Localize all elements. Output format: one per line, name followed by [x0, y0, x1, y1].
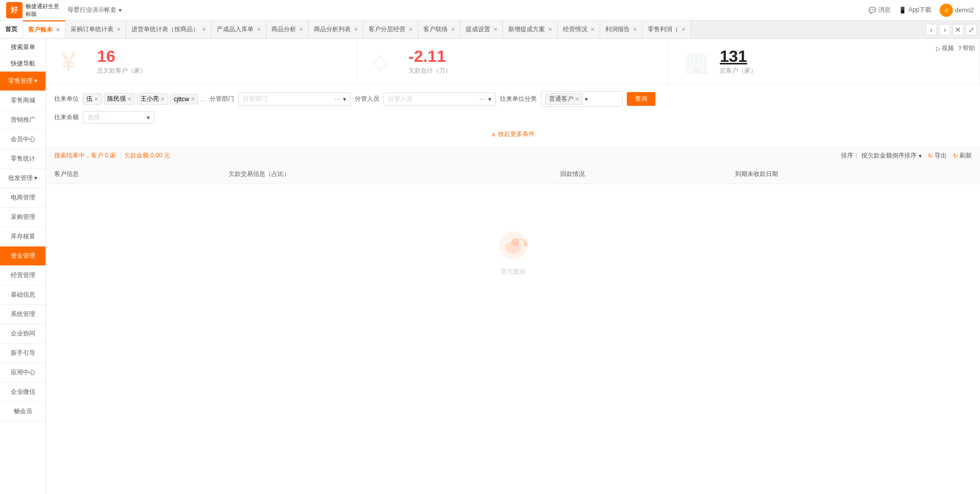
logo-icon: 好	[6, 2, 22, 18]
close-icon[interactable]: ✕	[451, 27, 455, 32]
tab-purchase-orders[interactable]: 采购订单统计表 ✕	[65, 20, 126, 39]
close-icon[interactable]: ✕	[202, 27, 206, 32]
sidebar-item-ecommerce[interactable]: 电商管理	[0, 188, 45, 208]
stat-text-total-all: 131 总客户（家）	[720, 48, 757, 75]
chevron-down-icon: ▾	[34, 174, 37, 182]
delete-category-tag[interactable]: ✕	[575, 96, 579, 102]
refresh-button[interactable]: ↻ 刷新	[953, 151, 972, 160]
tab-prev-button[interactable]: ‹	[926, 24, 937, 35]
close-icon[interactable]: ✕	[299, 27, 303, 32]
tab-maximize-button[interactable]: ⤢	[966, 24, 977, 35]
app-download-button[interactable]: 📱 App下载	[899, 6, 931, 14]
close-icon[interactable]: ✕	[117, 27, 121, 32]
export-button[interactable]: ↻ 导出	[928, 151, 947, 160]
sidebar-item-enterprise-collab[interactable]: 企业协同	[0, 324, 45, 344]
stat-label-total-customers: 总欠款客户（家）	[97, 66, 146, 75]
tab-customer-segment[interactable]: 客户分层经营 ✕	[363, 20, 418, 39]
stat-total-debt-customers: ¥ 16 总欠款客户（家）	[46, 39, 357, 84]
sidebar-item-purchase[interactable]: 采购管理	[0, 208, 45, 227]
empty-illustration	[493, 225, 534, 267]
delete-tag-wang[interactable]: ✕	[161, 96, 165, 102]
sidebar-item-vip-member[interactable]: 畅会员	[0, 402, 45, 421]
sidebar-search[interactable]: 搜索菜单	[0, 39, 45, 56]
filter-row-2: 往来余额 选择... ▾	[54, 111, 972, 124]
sidebar-item-basic-info[interactable]: 基础信息	[0, 285, 45, 305]
tab-product-analysis[interactable]: 商品分析 ✕	[266, 20, 309, 39]
sidebar-item-marketing[interactable]: 营销推广	[0, 110, 45, 130]
sidebar-item-new-guide[interactable]: 新手引导	[0, 344, 45, 363]
unit-tag-chen[interactable]: 陈民强 ✕	[104, 93, 135, 105]
person-filter-select[interactable]: 分管人员 ··· ▾	[383, 93, 496, 106]
messages-button[interactable]: 💬 消息	[869, 6, 891, 14]
message-icon: 💬	[869, 7, 876, 14]
enterprise-select[interactable]: 母婴行业演示帐套 ▾	[67, 6, 122, 14]
close-icon[interactable]: ✕	[56, 27, 60, 33]
close-icon[interactable]: ✕	[633, 27, 637, 32]
close-icon[interactable]: ✕	[257, 27, 261, 32]
unit-filter-label: 往来单位	[54, 95, 79, 103]
sidebar-item-enterprise-wechat[interactable]: 企业微信	[0, 383, 45, 402]
main-layout: 搜索菜单 快捷导航 零售管理 ▾ 零售商城 营销推广 会员中心 零售统计 批发管…	[0, 39, 980, 494]
video-help-button[interactable]: ▷ 视频	[936, 44, 954, 53]
topbar-left: 好 畅捷通好生意 标版 母婴行业演示帐套 ▾	[6, 2, 122, 18]
chevron-down-icon: ▾	[119, 7, 122, 14]
sidebar-item-system[interactable]: 系统管理	[0, 305, 45, 324]
dept-chevron-icon: ▾	[343, 96, 346, 103]
tab-home[interactable]: 首页	[0, 20, 23, 39]
collapse-filter-button[interactable]: ∧ 收起更多条件	[54, 128, 972, 141]
tab-product-analysis-list[interactable]: 商品分析列表 ✕	[309, 20, 363, 39]
filter-area: 往来单位 伍 ✕ 陈民强 ✕ 王小亮 ✕ cjttcw	[46, 85, 980, 147]
stat-value-total-all: 131	[720, 48, 757, 64]
tab-customers[interactable]: 客户账本 ✕	[23, 20, 65, 39]
tabbar: 首页 客户账本 ✕ 采购订单统计表 ✕ 进货单统计表（按商品） ✕ 产成品入库单…	[0, 20, 980, 39]
sidebar-quick-nav[interactable]: 快捷导航	[0, 56, 45, 72]
user-menu[interactable]: d demo2	[940, 4, 974, 17]
tab-retail-profit[interactable]: 零售利润（ ✕	[643, 20, 691, 39]
sidebar-item-member[interactable]: 会员中心	[0, 130, 45, 149]
tabbar-controls: ‹ › ✕ ⤢	[926, 24, 980, 35]
svg-point-2	[511, 238, 519, 246]
unit-category-filter-select[interactable]: 普通客户 ✕ ▾	[541, 91, 623, 107]
unit-category-tag-normal[interactable]: 普通客户 ✕	[545, 93, 583, 105]
unit-tag-wang[interactable]: 王小亮 ✕	[137, 93, 168, 105]
unit-tags-more-button[interactable]: ...	[200, 96, 206, 103]
tab-next-button[interactable]: ›	[939, 24, 950, 35]
close-icon[interactable]: ✕	[354, 27, 358, 32]
delete-tag-chen[interactable]: ✕	[127, 96, 131, 102]
sidebar-item-operations[interactable]: 经营管理	[0, 266, 45, 285]
sidebar-item-retail-mall[interactable]: 零售商城	[0, 91, 45, 110]
tab-new-promotion[interactable]: 新增提成方案 ✕	[503, 20, 558, 39]
close-icon[interactable]: ✕	[493, 27, 497, 32]
close-icon[interactable]: ✕	[548, 27, 552, 32]
unit-tag-cjttcw[interactable]: cjttcw ✕	[170, 94, 198, 104]
tab-promotion-settings[interactable]: 提成设置 ✕	[461, 20, 503, 39]
balance-filter-label: 往来余额	[54, 113, 79, 122]
sidebar-item-app-center[interactable]: 应用中心	[0, 363, 45, 383]
dept-filter-select[interactable]: 分管部门 ··· ▾	[238, 93, 351, 106]
debt-customers-icon: ¥	[61, 47, 76, 77]
tab-product-inbound[interactable]: 产成品入库单 ✕	[212, 20, 266, 39]
tab-business-status[interactable]: 经营情况 ✕	[558, 20, 600, 39]
balance-filter-select[interactable]: 选择... ▾	[83, 111, 154, 124]
tab-incoming-stats[interactable]: 进货单统计表（按商品） ✕	[126, 20, 212, 39]
sidebar-item-finance[interactable]: 资金管理	[0, 246, 45, 266]
tab-close-all-button[interactable]: ✕	[952, 24, 964, 35]
help-button[interactable]: ? 帮助	[958, 44, 975, 53]
delete-tag-wu[interactable]: ✕	[94, 96, 98, 102]
sidebar-item-retail-stats[interactable]: 零售统计	[0, 149, 45, 169]
sidebar: 搜索菜单 快捷导航 零售管理 ▾ 零售商城 营销推广 会员中心 零售统计 批发管…	[0, 39, 46, 494]
tab-profit-report[interactable]: 利润报告 ✕	[600, 20, 643, 39]
close-icon[interactable]: ✕	[681, 27, 686, 32]
sidebar-item-wholesale[interactable]: 批发管理 ▾	[0, 169, 45, 188]
tab-customer-contact[interactable]: 客户联络 ✕	[418, 20, 461, 39]
sidebar-item-inventory[interactable]: 库存核算	[0, 227, 45, 246]
unit-tag-wu[interactable]: 伍 ✕	[83, 93, 102, 105]
stat-debt-amount: ◇ -2.11 欠款合计（万）	[357, 39, 669, 84]
delete-tag-cjttcw[interactable]: ✕	[191, 96, 195, 102]
sort-select[interactable]: 排序： 按欠款金额倒序排序 ▾	[841, 151, 922, 160]
close-icon[interactable]: ✕	[590, 27, 595, 32]
sidebar-item-retail[interactable]: 零售管理 ▾	[0, 72, 45, 91]
close-icon[interactable]: ✕	[408, 27, 413, 32]
data-table: 客户信息 欠款交易信息（占比） 回款情况 到期未收款日期	[46, 165, 980, 184]
query-button[interactable]: 查询	[627, 92, 655, 106]
